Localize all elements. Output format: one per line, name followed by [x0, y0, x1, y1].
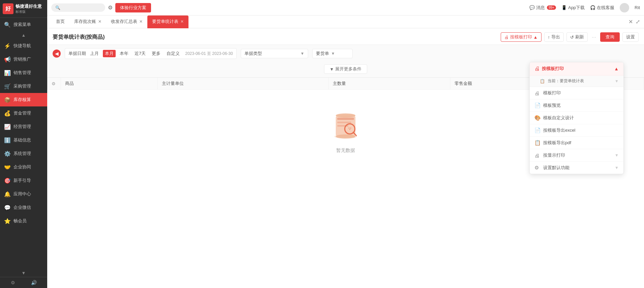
- message-btn[interactable]: 💬 消息 99+: [529, 5, 556, 11]
- guide-icon: 🎯: [4, 177, 11, 184]
- export-btn[interactable]: ↑ 导出: [544, 32, 564, 42]
- th-settings[interactable]: ⚙: [48, 78, 61, 90]
- dropdown-item-template-custom[interactable]: 🎨 模板自定义设计: [530, 112, 623, 124]
- member-icon: ⭐: [4, 218, 11, 224]
- dropdown-collapse-icon[interactable]: ▲: [614, 66, 619, 71]
- display-print-arrow: ▼: [615, 153, 619, 158]
- sidebar-item-app[interactable]: 🔔 应用中心: [0, 187, 47, 201]
- search-icon: 🔍: [4, 21, 11, 28]
- sidebar-item-member[interactable]: ⭐ 畅会员: [0, 214, 47, 228]
- user-avatar[interactable]: [620, 3, 629, 12]
- brand-name: 畅捷通好生意: [16, 3, 42, 9]
- nav-label: 基础信息: [13, 137, 31, 143]
- dropdown-header: 🖨 按模板打印 ▲: [530, 62, 623, 75]
- refresh-icon: ↺: [570, 35, 574, 40]
- tab-home[interactable]: 首页: [51, 15, 69, 28]
- topbar-gear-icon[interactable]: ⚙: [108, 4, 113, 11]
- order-type-filter[interactable]: 单据类型 ▼: [241, 49, 308, 58]
- template-print-icon: 🖨: [534, 90, 540, 96]
- message-icon: 💬: [529, 5, 535, 10]
- sidebar-item-wechat[interactable]: 💬 企业微信: [0, 201, 47, 214]
- sidebar-item-search[interactable]: 🔍 搜索菜单: [0, 18, 47, 31]
- tab-order-close[interactable]: ✕: [180, 19, 184, 24]
- query-btn[interactable]: 查询: [600, 32, 620, 42]
- sidebar: 好 畅捷通好生意 标准版 🔍 搜索菜单 ▲ ⚡ 快捷导航 📢 营销推广 📊 销售…: [0, 0, 47, 288]
- main-area: 🔍 ⚙ 体验行业方案 💬 消息 99+ 📱 App下载 🎧 在线客服 Rit: [47, 0, 644, 288]
- empty-illustration: [329, 110, 362, 143]
- nav-label: 销售管理: [13, 70, 31, 76]
- tab-maximize-btn[interactable]: ⤢: [636, 19, 640, 25]
- date-btn-this-year[interactable]: 本年: [118, 50, 130, 57]
- dropdown-item-template-print[interactable]: 🖨 模板打印: [530, 87, 623, 99]
- sidebar-item-guide[interactable]: 🎯 新手引导: [0, 174, 47, 187]
- dropdown-current-template[interactable]: 📋 当前：要货单统计表 ▼: [530, 75, 623, 87]
- date-btn-custom[interactable]: 自定义: [165, 50, 182, 57]
- tab-close-btn[interactable]: ✕: [628, 19, 633, 25]
- date-filter-label: 单据日期: [68, 51, 86, 57]
- print-btn[interactable]: 🖨 按模板打印 ▲: [501, 32, 541, 42]
- sidebar-item-sales[interactable]: 📊 销售管理: [0, 66, 47, 79]
- sidebar-item-coop[interactable]: 🤝 企业协同: [0, 160, 47, 174]
- template-preview-icon: 📄: [534, 102, 540, 108]
- edition-label: 标准版: [16, 9, 42, 14]
- refresh-btn[interactable]: ↺ 刷新: [566, 32, 588, 42]
- date-filter: 单据日期 上月 本月 本年 近7天 更多 自定义 2023-06-01 至 20…: [65, 48, 237, 59]
- dropdown-item-export-pdf[interactable]: 📋 按模板导出pdf: [530, 137, 623, 149]
- goods-arrow: ▼: [331, 51, 335, 56]
- sidebar-scroll-up[interactable]: ▲: [0, 31, 47, 39]
- tab-receipt-close[interactable]: ✕: [139, 19, 143, 24]
- tab-batch-account[interactable]: 库存批次账 ✕: [69, 15, 106, 28]
- date-btn-this-month[interactable]: 本月: [103, 50, 116, 57]
- date-btn-7days[interactable]: 近7天: [133, 50, 148, 57]
- sidebar-item-quick-nav[interactable]: ⚡ 快捷导航: [0, 39, 47, 53]
- default-func-arrow: ▼: [615, 165, 619, 170]
- goods-filter-label: 要货单: [316, 51, 329, 57]
- service-label: 在线客服: [597, 5, 614, 11]
- expand-more-btn[interactable]: ▼ 展开更多条件: [324, 64, 368, 74]
- sidebar-item-inventory[interactable]: 📦 库存核算: [0, 93, 47, 106]
- trial-btn[interactable]: 体验行业方案: [115, 3, 151, 12]
- goods-filter[interactable]: 要货单 ▼: [312, 49, 353, 58]
- filter-collapse-btn[interactable]: ◀: [53, 50, 61, 58]
- template-custom-icon: 🎨: [534, 115, 540, 121]
- topbar-search[interactable]: 🔍: [51, 3, 105, 12]
- page-title: 要货单统计表(按商品): [53, 34, 105, 41]
- service-btn[interactable]: 🎧 在线客服: [590, 5, 614, 11]
- date-btn-last-month[interactable]: 上月: [88, 50, 101, 57]
- nav-label: 营销推广: [13, 56, 31, 62]
- svg-point-9: [348, 128, 349, 129]
- sidebar-item-system[interactable]: ⚙️ 系统管理: [0, 147, 47, 160]
- sidebar-item-finance[interactable]: 💰 资金管理: [0, 106, 47, 120]
- export-excel-label: 按模板导出excel: [543, 127, 619, 133]
- sidebar-item-purchase[interactable]: 🛒 采购管理: [0, 79, 47, 93]
- tab-home-label: 首页: [56, 19, 65, 25]
- nav-label: 库存核算: [13, 97, 31, 103]
- svg-point-8: [336, 134, 355, 138]
- print-arrow-icon: ▲: [533, 35, 538, 40]
- settings-btn[interactable]: 设置: [622, 32, 639, 42]
- dropdown-item-export-excel[interactable]: 📄 按模板导出excel: [530, 124, 623, 137]
- table-settings-icon[interactable]: ⚙: [52, 81, 56, 86]
- tab-batch-close[interactable]: ✕: [98, 19, 101, 24]
- template-custom-label: 模板自定义设计: [543, 115, 619, 121]
- dropdown-item-template-preview[interactable]: 📄 模板预览: [530, 99, 623, 112]
- headset-icon: 🎧: [590, 5, 595, 10]
- footer-audio-btn[interactable]: 🔊: [31, 280, 37, 285]
- dropdown-section-display-print[interactable]: 🖨 按显示打印 ▼: [530, 149, 623, 162]
- print-dropdown: 🖨 按模板打印 ▲ 📋 当前：要货单统计表 ▼ 🖨 模板打印 📄: [529, 62, 624, 174]
- tab-receipt-summary[interactable]: 收发存汇总表 ✕: [106, 15, 147, 28]
- basic-icon: ℹ️: [4, 137, 11, 143]
- display-print-label: 按显示打印: [543, 152, 615, 158]
- dropdown-section-default-func[interactable]: ⚙ 设置默认功能 ▼: [530, 162, 623, 174]
- sidebar-item-marketing[interactable]: 📢 营销推广: [0, 53, 47, 66]
- sidebar-scroll-down[interactable]: ▼: [0, 269, 47, 277]
- sidebar-item-operation[interactable]: 📈 经营管理: [0, 120, 47, 133]
- sidebar-item-basic[interactable]: ℹ️ 基础信息: [0, 133, 47, 147]
- tab-order-stats[interactable]: 要货单统计表 ✕: [147, 15, 188, 28]
- nav-label: 经营管理: [13, 124, 31, 130]
- date-btn-more[interactable]: 更多: [150, 50, 163, 57]
- th-quantity: 主数量: [329, 78, 450, 90]
- expand-label: 展开更多条件: [335, 66, 361, 72]
- app-download-btn[interactable]: 📱 App下载: [561, 5, 585, 11]
- footer-settings-btn[interactable]: ⚙: [11, 280, 15, 285]
